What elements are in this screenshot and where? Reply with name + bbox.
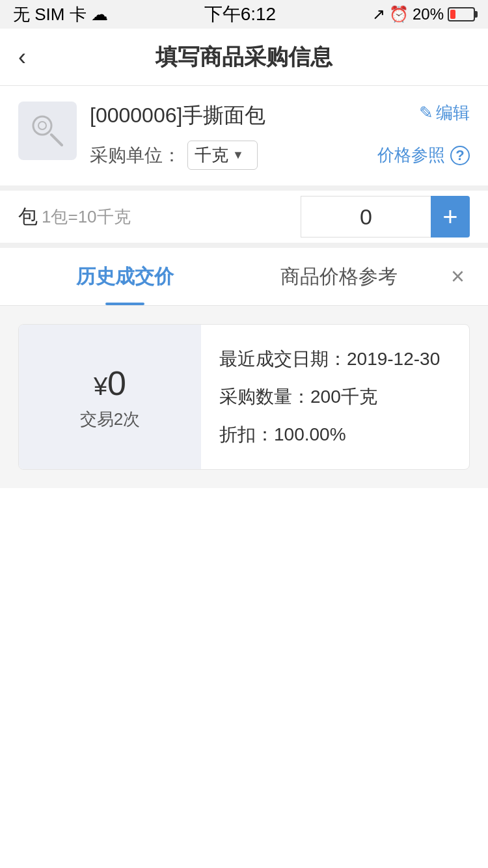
purchase-qty-label: 采购数量： [219,387,310,407]
recent-date-label: 最近成交日期： [219,349,347,369]
nav-bar: ‹ 填写商品采购信息 [0,29,488,86]
page-title: 填写商品采购信息 [156,42,332,72]
alarm-icon: ⏰ [389,5,409,23]
battery-indicator [448,7,475,21]
tabs-section: 历史成交价 商品价格参考 × [0,248,488,306]
product-card: [0000006]手撕面包 ✎ 编辑 采购单位： 千克 ▼ 价格参照 ? [0,86,488,185]
location-icon: ↗ [372,5,385,23]
discount-row: 折扣：100.00% [219,421,451,448]
help-icon: ? [450,146,470,165]
svg-point-0 [33,116,51,135]
price-card-wrap: ¥0 交易2次 最近成交日期：2019-12-30 采购数量：200千克 折扣：… [0,306,488,488]
currency-symbol: ¥ [94,373,107,400]
product-logo-icon [28,111,67,150]
back-button[interactable]: ‹ [18,44,26,71]
battery-bar [448,7,475,21]
price-trades: 交易2次 [80,408,140,431]
dropdown-arrow-icon: ▼ [232,148,244,162]
quantity-label: 包 1包=10千克 [18,204,301,230]
tabs-header: 历史成交价 商品价格参考 × [0,248,488,305]
unit-label: 采购单位： [90,143,181,168]
battery-percent: 20% [413,5,444,23]
tab-close-button[interactable]: × [446,258,470,295]
status-time: 下午6:12 [204,2,277,27]
page-rest [0,488,488,868]
purchase-qty-row: 采购数量：200千克 [219,383,451,411]
unit-value: 千克 [195,144,228,167]
discount-label: 折扣： [219,424,274,444]
discount-value: 100.00% [274,424,346,444]
price-left: ¥0 交易2次 [19,325,201,469]
recent-date-value: 2019-12-30 [347,349,440,369]
svg-line-2 [51,135,62,145]
edit-button[interactable]: ✎ 编辑 [419,102,470,124]
product-logo [18,102,77,160]
price-card: ¥0 交易2次 最近成交日期：2019-12-30 采购数量：200千克 折扣：… [18,324,470,470]
purchase-qty-value: 200千克 [310,387,377,407]
sim-status: 无 SIM 卡 ☁ [13,3,108,26]
product-name: [0000006]手撕面包 [90,102,265,130]
unit-select[interactable]: 千克 ▼ [187,141,258,170]
price-ref-label: 价格参照 [377,144,445,167]
battery-fill [450,10,456,19]
status-bar: 无 SIM 卡 ☁ 下午6:12 ↗ ⏰ 20% [0,0,488,29]
product-header: [0000006]手撕面包 ✎ 编辑 [90,102,470,130]
price-right: 最近成交日期：2019-12-30 采购数量：200千克 折扣：100.00% [201,325,469,469]
quantity-hint: 1包=10千克 [42,206,131,228]
quantity-unit: 包 [18,204,38,230]
status-right: ↗ ⏰ 20% [372,5,475,23]
quantity-input-wrap: 0 + [301,196,470,237]
quantity-plus-button[interactable]: + [431,196,470,237]
tab-history-price[interactable]: 历史成交价 [18,248,232,305]
quantity-value[interactable]: 0 [301,196,431,237]
status-left: 无 SIM 卡 ☁ [13,3,108,26]
price-amount: ¥0 [94,364,126,403]
edit-label: 编辑 [436,102,470,124]
tab-product-price-ref[interactable]: 商品价格参考 [232,248,445,305]
recent-date-row: 最近成交日期：2019-12-30 [219,346,451,373]
svg-point-1 [38,122,46,129]
quantity-row: 包 1包=10千克 0 + [0,191,488,243]
product-info: [0000006]手撕面包 ✎ 编辑 采购单位： 千克 ▼ 价格参照 ? [90,102,470,170]
price-value: 0 [107,364,126,402]
edit-icon: ✎ [419,103,433,123]
product-unit-row: 采购单位： 千克 ▼ 价格参照 ? [90,141,470,170]
price-ref-button[interactable]: 价格参照 ? [377,144,470,167]
unit-left: 采购单位： 千克 ▼ [90,141,258,170]
